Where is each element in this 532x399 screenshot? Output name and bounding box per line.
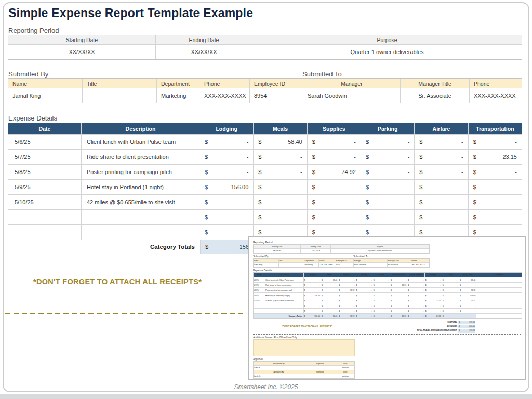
expense-amount-cell: $156.00	[200, 179, 253, 194]
currency-symbol: $	[356, 295, 357, 297]
currency-symbol: $	[322, 295, 323, 297]
expense-amount-cell: $74.92	[307, 164, 361, 179]
currency-symbol: $	[304, 279, 305, 281]
inset-approval-label: Approval	[253, 357, 521, 361]
expense-amount-cell: $-	[361, 179, 414, 194]
amount-value: -	[320, 305, 320, 307]
submitted-table: NameTitleDepartmentPhoneEmployee IDManag…	[8, 78, 522, 103]
dashed-separator	[5, 313, 245, 314]
currency-symbol: $	[425, 295, 426, 297]
expense-amount-cell: $-	[200, 164, 253, 179]
reporting-value-cell: Quarter 1 owner deliverables	[252, 44, 522, 59]
expense-amount-cell: $-	[307, 134, 361, 149]
amount-value: -	[458, 289, 458, 291]
inset-amount-cell: $-	[407, 282, 424, 287]
submitted-header-name: Name	[8, 79, 82, 88]
inset-amount-cell: $-	[355, 303, 372, 308]
inset-summary-value: $200.00	[458, 325, 475, 328]
inset-approval-value	[304, 365, 336, 370]
currency-symbol: $	[408, 295, 409, 297]
currency-symbol: $	[258, 169, 261, 175]
inset-amount-cell: $-	[338, 282, 355, 287]
inset-expense-comment	[476, 292, 522, 298]
amount-value: -	[389, 279, 389, 281]
amount-value: -	[354, 214, 356, 220]
amount-value: -	[354, 139, 356, 145]
currency-symbol: $	[460, 300, 461, 302]
currency-symbol: $	[339, 300, 340, 302]
inset-amount-cell: $-	[390, 292, 407, 298]
amount-value: -	[354, 229, 356, 235]
submitted-header-phone: Phone	[200, 79, 249, 88]
inset-category-total-cell	[459, 313, 476, 318]
amount-value: -	[354, 279, 354, 281]
currency-symbol: $	[374, 289, 375, 291]
currency-symbol: $	[205, 154, 208, 160]
inset-amount-cell: $-	[303, 303, 321, 308]
inset-amount-cell: $-	[373, 313, 390, 318]
expense-amount-cell: $-	[307, 194, 361, 209]
receipts-note: *DON'T FORGET TO ATTACH ALL RECEIPTS*	[33, 277, 202, 286]
currency-symbol: $	[322, 300, 323, 302]
inset-approval-header: Signature	[304, 362, 336, 365]
inset-summary-row: ADVANCES$200.00	[332, 324, 475, 328]
inset-expense-header: Daily Totals	[459, 273, 476, 277]
submitted-to-label: Submitted To	[302, 70, 342, 78]
currency-symbol: $	[460, 279, 461, 281]
inset-submitted-header: Phone	[318, 259, 336, 262]
inset-expense-date: 5/6/25	[254, 277, 265, 282]
inset-approval-header: Date	[336, 362, 354, 365]
currency-symbol: $	[443, 315, 444, 317]
amount-value: -	[441, 305, 441, 307]
inset-amount-cell: $156.00	[303, 313, 321, 318]
table-row: $-$-$-$-$-$-	[8, 209, 522, 224]
inset-amount-cell: $-	[338, 277, 355, 282]
amount-value: 156.00	[314, 315, 320, 317]
amount-value: -	[320, 300, 320, 302]
inset-amount-cell: $-	[338, 308, 355, 313]
amount-value: -	[337, 295, 337, 297]
inset-row: Sarah G.xx/xx/xx	[254, 374, 354, 378]
table-row: Starting DateEnding DatePurpose	[8, 35, 522, 44]
inset-summary: SUBTOTAL$339.98ADVANCES$200.00TOTAL TRAV…	[332, 320, 521, 332]
currency-symbol: $	[339, 279, 340, 281]
amount-value: -	[320, 284, 320, 286]
amount-value: -	[300, 154, 302, 160]
inset-expense-header: Rental Vehicle	[407, 273, 424, 277]
amount-value: -	[441, 284, 441, 286]
table-row: 5/10/2542 miles @ $0.655/mile to site vi…	[8, 194, 522, 209]
inset-amount-cell: $-	[442, 277, 459, 282]
amount-value: -	[300, 184, 302, 190]
amount-value: -	[423, 310, 423, 312]
amount-value: -	[408, 139, 410, 145]
amount-value: 58.40	[288, 139, 302, 145]
currency-symbol: $	[205, 244, 208, 250]
inset-amount-cell: $23.15	[390, 282, 407, 287]
inset-expense-header: Transportation	[390, 273, 407, 277]
currency-symbol: $	[339, 284, 340, 286]
inset-approval-header: Approved By	[254, 370, 304, 374]
expense-header-description: Description	[81, 123, 200, 134]
inset-summary-label: SUBTOTAL	[447, 321, 457, 323]
submitted-value-cell: Jamal King	[8, 88, 82, 103]
amount-value: -	[461, 199, 463, 205]
inset-submitted-header: Manager Title	[387, 259, 411, 262]
currency-symbol: $	[425, 284, 426, 286]
amount-value: -	[354, 199, 356, 205]
inset-amount-cell: $-	[355, 277, 372, 282]
currency-symbol: $	[374, 310, 375, 312]
reporting-value-cell: XX/XX/XX	[155, 44, 252, 59]
currency-symbol: $	[419, 184, 422, 190]
inset-row: Jamal KingMarketingXXX-XXX-XXXX8954Sarah…	[254, 262, 429, 267]
currency-symbol: $	[419, 139, 422, 145]
amount-value: -	[354, 305, 354, 307]
inset-table: Starting DateEnding DatePurposeXX/XX/XXX…	[253, 244, 430, 254]
inset-expense-header: Supplies	[338, 273, 355, 277]
amount-value: -	[515, 229, 517, 235]
amount-value: -	[461, 154, 463, 160]
inset-expense-comment	[476, 308, 522, 313]
currency-symbol: $	[205, 184, 208, 190]
inset-expense-description: Ride share to client presentation	[265, 282, 303, 287]
inset-dashed-separator	[253, 334, 521, 335]
currency-symbol: $	[473, 214, 476, 220]
